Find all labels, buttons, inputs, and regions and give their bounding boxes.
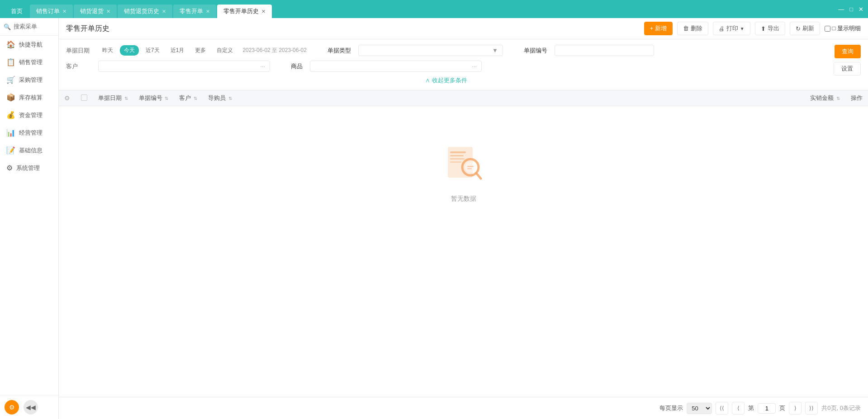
window-controls: — □ ✕	[838, 6, 863, 13]
show-detail-checkbox[interactable]	[825, 26, 830, 32]
col-guide-sort-icon[interactable]: ⇅	[228, 96, 232, 101]
date-btn-today[interactable]: 今天	[120, 45, 139, 56]
table-header-row: ⚙ 单据日期 ⇅ 单据编号 ⇅	[59, 90, 868, 106]
first-page-btn[interactable]: ⟨⟨	[716, 402, 728, 414]
tab-sales-return-close[interactable]: ✕	[106, 9, 110, 14]
date-btn-more[interactable]: 更多	[191, 45, 210, 56]
minimize-btn[interactable]: —	[838, 6, 844, 13]
search-icon: 🔍	[4, 24, 11, 30]
total-info: 共0页, 0条记录	[821, 404, 861, 412]
table-gear-icon[interactable]: ⚙	[64, 94, 70, 102]
sidebar-item-finance[interactable]: 💰 资金管理	[0, 106, 58, 124]
col-date-label: 单据日期	[98, 94, 122, 101]
col-customer: 客户 ⇅	[174, 90, 203, 106]
tab-sales-return-history-close[interactable]: ✕	[162, 9, 166, 14]
next-page-btn[interactable]: ⟩	[789, 402, 802, 414]
main-layout: 🔍 搜索采单 🏠 快捷导航 📋 销售管理 🛒 采购管理 📦 库存核算 💰	[0, 18, 868, 419]
customer-ellipsis-icon: ···	[260, 63, 265, 70]
operation-icon: 📊	[6, 128, 15, 137]
sidebar-item-sys-mgmt-label: 系统管理	[16, 164, 40, 172]
settings-bottom-icon: ⚙	[9, 404, 15, 411]
number-filter-label: 单据编号	[524, 47, 547, 55]
top-tabbar: 首页 销售订单 ✕ 销货退货 ✕ 销货退货历史 ✕ 零售开单 ✕ 零售开单历史 …	[0, 0, 868, 18]
tab-retail-open-history-close[interactable]: ✕	[261, 9, 266, 14]
col-number-label: 单据编号	[139, 94, 162, 101]
page-number-input[interactable]: 1	[758, 403, 776, 414]
delete-button[interactable]: 🗑 删除	[677, 22, 708, 35]
tab-sales-order[interactable]: 销售订单 ✕	[30, 5, 73, 18]
filter-row-2: 客户 ··· 商品 ···	[66, 61, 826, 72]
sidebar-search[interactable]: 🔍 搜索采单	[0, 18, 58, 36]
date-btn-custom[interactable]: 自定义	[213, 45, 237, 56]
pagination-bar: 每页显示 50 20 100 200 ⟨⟨ ⟨ 第 1 页 ⟩ ⟩⟩ 共0页, …	[59, 397, 868, 419]
prev-page-btn[interactable]: ⟨	[732, 402, 745, 414]
customer-filter-input[interactable]: ···	[98, 61, 270, 72]
filter-row-1: 单据日期 昨天 今天 近7天 近1月 更多 自定义 2023-06-02 至 2…	[66, 45, 826, 56]
sidebar-item-sales-mgmt-label: 销售管理	[19, 58, 43, 66]
svg-point-6	[465, 162, 476, 173]
basic-info-icon: 📝	[6, 146, 15, 155]
table-select-all-checkbox[interactable]	[81, 94, 87, 101]
tab-home[interactable]: 首页	[5, 5, 29, 18]
type-filter-select[interactable]: ▼	[358, 45, 503, 56]
refresh-button[interactable]: ↻ 刷新	[790, 22, 820, 35]
setting-button[interactable]: 设置	[834, 62, 861, 75]
goods-filter-input[interactable]: ···	[310, 61, 482, 72]
print-button[interactable]: 🖨 🖨 打印 打印 ▼	[713, 22, 750, 35]
col-date: 单据日期 ⇅	[93, 90, 133, 106]
sidebar-item-quick-nav[interactable]: 🏠 快捷导航	[0, 36, 58, 53]
query-button[interactable]: 查询	[835, 45, 861, 58]
date-btn-yesterday[interactable]: 昨天	[98, 45, 117, 56]
collapse-sidebar-btn[interactable]: ◀◀	[24, 400, 38, 414]
col-customer-sort-icon[interactable]: ⇅	[194, 96, 197, 101]
tab-retail-open-close[interactable]: ✕	[206, 9, 210, 14]
show-detail-toggle[interactable]: □ 显示明细	[825, 24, 861, 33]
empty-state: 暂无数据	[59, 106, 868, 239]
svg-rect-3	[450, 158, 465, 160]
goods-filter-label: 商品	[291, 62, 303, 71]
col-guide: 导购员 ⇅	[203, 90, 237, 106]
col-amount-sort-icon[interactable]: ⇅	[836, 96, 840, 101]
tab-sales-order-close[interactable]: ✕	[62, 9, 66, 14]
sidebar-item-inventory[interactable]: 📦 库存核算	[0, 89, 58, 106]
home-icon: 🏠	[6, 40, 15, 49]
per-page-select[interactable]: 50 20 100 200	[687, 403, 712, 414]
sidebar-item-sys-mgmt[interactable]: ⚙ 系统管理	[0, 159, 58, 177]
date-range-display: 2023-06-02 至 2023-06-02	[242, 47, 306, 54]
col-action: 操作	[845, 90, 868, 106]
type-filter-label: 单据类型	[327, 47, 351, 55]
filter-area: 单据日期 昨天 今天 近7天 近1月 更多 自定义 2023-06-02 至 2…	[59, 39, 868, 90]
collapse-btn[interactable]: ∧ 收起更多条件	[425, 76, 467, 85]
tab-sales-return-history[interactable]: 销货退货历史 ✕	[118, 5, 172, 18]
type-filter-dropdown-icon: ▼	[492, 47, 498, 54]
sidebar-item-purchase-mgmt[interactable]: 🛒 采购管理	[0, 71, 58, 89]
export-button[interactable]: ⬆ 导出	[755, 22, 785, 35]
svg-rect-9	[467, 168, 472, 169]
add-button[interactable]: + 新增	[644, 22, 673, 35]
number-filter-input[interactable]	[555, 45, 654, 56]
sidebar-item-quick-nav-label: 快捷导航	[19, 41, 43, 49]
purchase-icon: 🛒	[6, 75, 15, 84]
date-btn-last1m[interactable]: 近1月	[166, 45, 189, 56]
tab-sales-return-label: 销货退货	[80, 7, 104, 15]
sidebar-item-operation[interactable]: 📊 经营管理	[0, 124, 58, 141]
last-page-btn[interactable]: ⟩⟩	[805, 402, 818, 414]
sidebar-item-sales-mgmt[interactable]: 📋 销售管理	[0, 53, 58, 71]
empty-text: 暂无数据	[451, 195, 476, 203]
tab-retail-open[interactable]: 零售开单 ✕	[173, 5, 216, 18]
settings-bottom-btn[interactable]: ⚙	[5, 400, 19, 414]
close-btn[interactable]: ✕	[859, 6, 863, 13]
tab-retail-open-history[interactable]: 零售开单历史 ✕	[217, 5, 272, 18]
sidebar-item-basic-info[interactable]: 📝 基础信息	[0, 141, 58, 159]
tab-sales-return[interactable]: 销货退货 ✕	[74, 5, 117, 18]
col-amount: 实销金额 ⇅	[805, 90, 845, 106]
col-date-sort-icon[interactable]: ⇅	[124, 96, 128, 101]
tab-list: 首页 销售订单 ✕ 销货退货 ✕ 销货退货历史 ✕ 零售开单 ✕ 零售开单历史 …	[5, 0, 272, 18]
sidebar-item-inventory-label: 库存核算	[19, 94, 43, 102]
sidebar-item-finance-label: 资金管理	[19, 111, 43, 119]
page-label-before: 第	[748, 404, 754, 412]
date-btn-last7[interactable]: 近7天	[142, 45, 164, 56]
col-spacer	[237, 90, 805, 106]
col-number-sort-icon[interactable]: ⇅	[165, 96, 168, 101]
maximize-btn[interactable]: □	[849, 6, 853, 13]
